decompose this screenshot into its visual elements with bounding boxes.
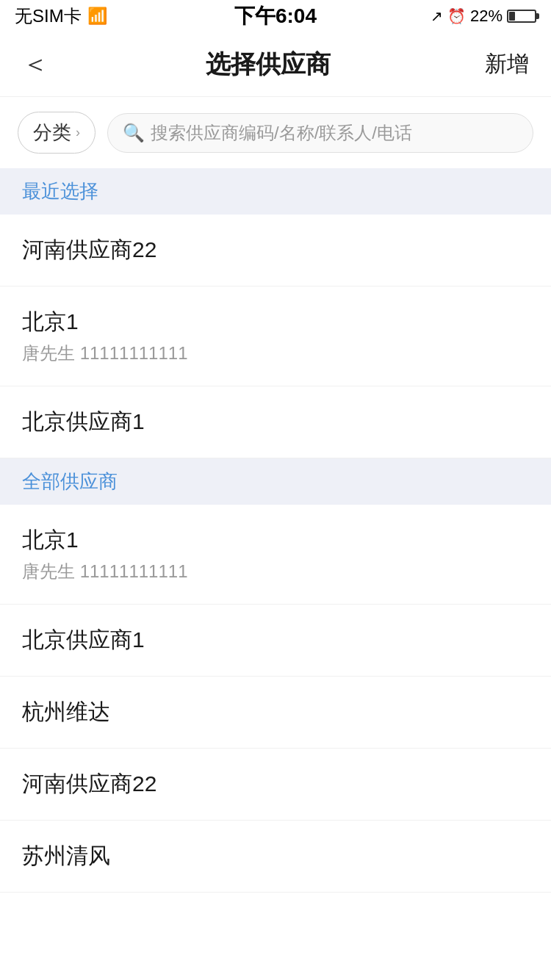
wifi-icon: 📶	[87, 7, 107, 26]
all-list-item[interactable]: 北京1唐先生 11111111111	[0, 505, 551, 605]
all-list-item[interactable]: 北京供应商1	[0, 605, 551, 677]
status-right: ↗ ⏰ 22%	[431, 7, 536, 26]
status-time: 下午6:04	[234, 2, 317, 30]
all-item-name-4: 苏州清风	[22, 841, 529, 871]
page-title: 选择供应商	[206, 48, 331, 82]
carrier-label: 无SIM卡	[15, 4, 82, 28]
item-name-0: 河南供应商22	[22, 235, 529, 265]
chevron-right-icon: ›	[76, 125, 80, 140]
all-item-name-0: 北京1	[22, 525, 529, 555]
search-input-box[interactable]: 🔍 搜索供应商编码/名称/联系人/电话	[107, 113, 533, 153]
all-item-name-1: 北京供应商1	[22, 625, 529, 655]
battery-percent: 22%	[470, 7, 503, 26]
item-name-2: 北京供应商1	[22, 407, 529, 437]
recent-list-item[interactable]: 河南供应商22	[0, 215, 551, 287]
category-filter-button[interactable]: 分类 ›	[18, 112, 96, 154]
recent-items-list: 河南供应商22北京1唐先生 11111111111北京供应商1	[0, 215, 551, 458]
status-bar: 无SIM卡 📶 下午6:04 ↗ ⏰ 22%	[0, 0, 551, 32]
all-item-name-2: 杭州维达	[22, 697, 529, 727]
all-list-item[interactable]: 苏州清风	[0, 821, 551, 893]
all-list-item[interactable]: 杭州维达	[0, 677, 551, 749]
battery-icon	[507, 10, 536, 23]
add-button[interactable]: 新增	[470, 49, 529, 79]
status-left: 无SIM卡 📶	[15, 4, 107, 28]
category-label: 分类	[33, 120, 71, 145]
all-items-list: 北京1唐先生 11111111111北京供应商1杭州维达河南供应商22苏州清风	[0, 505, 551, 893]
recent-list-item[interactable]: 北京供应商1	[0, 386, 551, 458]
back-button[interactable]: ＜	[22, 46, 66, 82]
alarm-icon: ⏰	[447, 7, 466, 25]
all-item-sub-0: 唐先生 11111111111	[22, 560, 529, 583]
all-section-header: 全部供应商	[0, 458, 551, 505]
search-icon: 🔍	[123, 123, 145, 143]
filter-bar: 分类 › 🔍 搜索供应商编码/名称/联系人/电话	[0, 97, 551, 168]
item-name-1: 北京1	[22, 307, 529, 337]
item-sub-1: 唐先生 11111111111	[22, 342, 529, 365]
recent-section-header: 最近选择	[0, 168, 551, 215]
all-item-name-3: 河南供应商22	[22, 769, 529, 799]
location-icon: ↗	[431, 7, 443, 25]
nav-bar: ＜ 选择供应商 新增	[0, 32, 551, 97]
search-placeholder: 搜索供应商编码/名称/联系人/电话	[151, 121, 412, 145]
all-list-item[interactable]: 河南供应商22	[0, 749, 551, 821]
recent-list-item[interactable]: 北京1唐先生 11111111111	[0, 287, 551, 386]
